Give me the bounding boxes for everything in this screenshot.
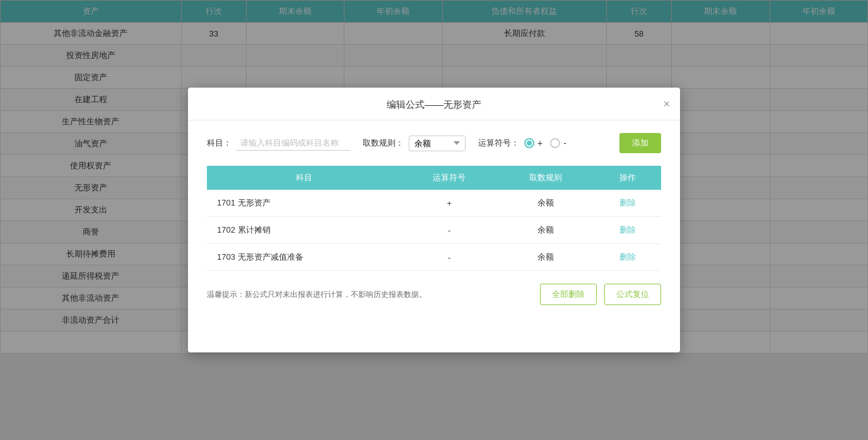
reset-formula-button[interactable]: 公式复位 (604, 284, 661, 305)
table-cell-operator: - (401, 244, 498, 271)
add-button[interactable]: 添加 (619, 133, 661, 153)
modal-header: 编辑公式——无形资产 × (188, 88, 680, 120)
modal-overlay: 编辑公式——无形资产 × 科目： 取数规则： 余额 借方发生额 贷方发生额 借方… (0, 0, 868, 440)
table-row: 1702 累计摊销-余额删除 (207, 217, 661, 244)
rule-select-wrapper: 余额 借方发生额 贷方发生额 借方累计发生额 贷方累计发生额 (409, 136, 466, 151)
modal-footer: 温馨提示：新公式只对未出报表进行计算，不影响历史报表数据。 全部删除 公式复位 (188, 271, 680, 311)
delete-row-button[interactable]: 删除 (619, 224, 636, 236)
subject-label: 科目： (207, 137, 232, 149)
table-column-header: 操作 (594, 166, 661, 190)
operator-minus-label: - (563, 138, 566, 148)
subject-input[interactable] (237, 136, 350, 151)
table-cell-rule: 余额 (498, 244, 594, 271)
rule-group: 取数规则： 余额 借方发生额 贷方发生额 借方累计发生额 贷方累计发生额 (363, 136, 466, 151)
table-cell-action: 删除 (594, 190, 661, 217)
table-cell-subject: 1703 无形资产减值准备 (207, 244, 401, 271)
modal-close-button[interactable]: × (663, 98, 670, 110)
operator-plus-radio[interactable]: + (524, 138, 542, 148)
modal-dialog: 编辑公式——无形资产 × 科目： 取数规则： 余额 借方发生额 贷方发生额 借方… (188, 88, 680, 352)
table-cell-subject: 1701 无形资产 (207, 190, 401, 217)
operator-plus-label: + (537, 138, 542, 148)
formula-table-wrapper: 科目运算符号取数规则操作 1701 无形资产+余额删除1702 累计摊销-余额删… (188, 166, 680, 271)
formula-form: 科目： 取数规则： 余额 借方发生额 贷方发生额 借方累计发生额 贷方累计发生额… (188, 120, 680, 166)
delete-row-button[interactable]: 删除 (619, 197, 636, 209)
table-row: 1703 无形资产减值准备-余额删除 (207, 244, 661, 271)
rule-select[interactable]: 余额 借方发生额 贷方发生额 借方累计发生额 贷方累计发生额 (409, 136, 466, 151)
table-cell-operator: + (401, 190, 498, 217)
table-column-header: 取数规则 (498, 166, 594, 190)
table-cell-rule: 余额 (498, 190, 594, 217)
table-cell-operator: - (401, 217, 498, 244)
table-column-header: 运算符号 (401, 166, 498, 190)
subject-group: 科目： (207, 136, 350, 151)
delete-all-button[interactable]: 全部删除 (540, 284, 597, 305)
radio-circle-minus (550, 138, 560, 148)
rule-label: 取数规则： (363, 137, 404, 149)
table-row: 1701 无形资产+余额删除 (207, 190, 661, 217)
table-column-header: 科目 (207, 166, 401, 190)
table-cell-subject: 1702 累计摊销 (207, 217, 401, 244)
table-cell-action: 删除 (594, 217, 661, 244)
table-cell-action: 删除 (594, 244, 661, 271)
footer-tip: 温馨提示：新公式只对未出报表进行计算，不影响历史报表数据。 (207, 289, 426, 300)
table-cell-rule: 余额 (498, 217, 594, 244)
operator-radio-group: + - (524, 138, 566, 148)
delete-row-button[interactable]: 删除 (619, 252, 636, 263)
operator-group: 运算符号： + - (478, 137, 566, 149)
operator-label: 运算符号： (478, 137, 519, 149)
footer-buttons: 全部删除 公式复位 (540, 284, 661, 305)
radio-circle-plus (524, 138, 534, 148)
operator-minus-radio[interactable]: - (550, 138, 566, 148)
formula-table: 科目运算符号取数规则操作 1701 无形资产+余额删除1702 累计摊销-余额删… (207, 166, 661, 271)
modal-title: 编辑公式——无形资产 (387, 99, 481, 111)
